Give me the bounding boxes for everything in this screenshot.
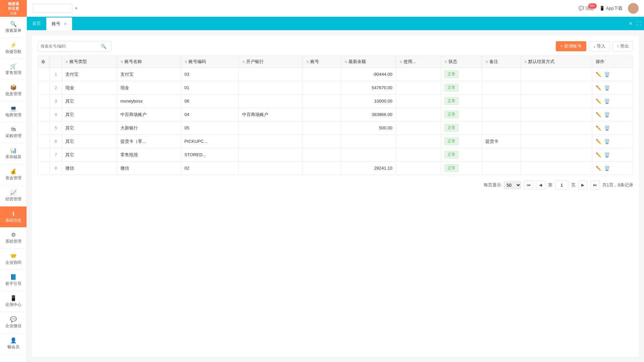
delete-icon[interactable]: 🗑️ [604,125,610,131]
sidebar-icon-wholesale: 📦 [1,84,25,90]
edit-icon[interactable]: ✏️ [596,125,601,131]
table-row: 6 其它 提货卡（零... PICKUPC... 正常 提货卡 ✏️ 🗑️ [38,135,633,148]
sidebar-item-enterprise-agreement[interactable]: 🤝企业协同 [0,249,26,270]
row-action: ✏️ 🗑️ [592,162,633,175]
tab-account[interactable]: 账号 ✕ [46,17,72,30]
window-controls: ✕ ⛶ [628,21,644,26]
delete-icon[interactable]: 🗑️ [604,85,610,90]
sidebar-icon-member: 👤 [1,337,25,344]
col-account[interactable]: ⇅账号 [303,56,341,68]
sidebar-item-search[interactable]: 🔍搜索菜单 [0,17,26,38]
col-remark[interactable]: ⇅备注 [482,56,521,68]
row-balance: 10000.00 [341,95,396,108]
topbar-dropdown-btn[interactable]: ▾ [75,5,82,12]
maximize-window-btn[interactable]: ⛶ [636,21,641,26]
tab-account-close[interactable]: ✕ [64,22,67,26]
delete-icon[interactable]: 🗑️ [604,152,610,158]
col-type[interactable]: ⇅账号类型 [62,56,117,68]
row-remark [482,148,521,162]
sidebar-icon-inventory: 📊 [1,147,25,154]
edit-icon[interactable]: ✏️ [596,85,601,90]
row-action: ✏️ 🗑️ [592,121,633,135]
row-status: 正常 [441,162,482,175]
toolbar-right: + 新增账号 ↓ 导入 ↑ 导出 [556,41,633,51]
add-account-button[interactable]: + 新增账号 [556,41,586,51]
sidebar-icon-enterprise-agreement: 🤝 [1,253,25,259]
sidebar-item-app-center[interactable]: 📱应用中心 [0,291,26,312]
sidebar-item-retail[interactable]: 🛒零售管理 [0,59,26,80]
search-icon[interactable]: 🔍 [101,44,106,49]
row-num: 7 [50,148,62,162]
row-remark [482,81,521,95]
page-next-btn[interactable]: ▶ [578,180,588,190]
sidebar-label-inventory: 库存核算 [1,154,25,160]
page-number-input[interactable] [555,180,569,190]
sidebar-item-enterprise-wechat[interactable]: 💬企业微信 [0,312,26,333]
search-input[interactable] [41,44,101,49]
col-name[interactable]: ⇅账号名称 [117,56,181,68]
table-row: 2 现金 现金 01 547670.00 正常 ✏️ 🗑️ [38,81,633,95]
page-first-btn[interactable]: ⏮ [524,180,533,190]
col-code[interactable]: ⇅账号编码 [181,56,239,68]
edit-icon[interactable]: ✏️ [596,72,601,77]
sidebar-icon-quick-nav: ⚡ [1,42,25,48]
per-page-select[interactable]: 50 100 200 [504,181,521,189]
row-use [396,135,441,148]
per-page-label: 每页显示 [484,182,501,188]
edit-icon[interactable]: ✏️ [596,99,601,104]
delete-icon[interactable]: 🗑️ [604,112,610,117]
sidebar-item-quick-nav[interactable]: ⚡快捷导航 [0,38,26,59]
sidebar-icon-newbie: 📘 [1,274,25,280]
edit-icon[interactable]: ✏️ [596,112,601,117]
delete-icon[interactable]: 🗑️ [604,139,610,144]
sidebar-item-capital[interactable]: 💰资金管理 [0,164,26,185]
row-code: 02 [181,162,239,175]
topbar-search-input[interactable] [32,4,72,13]
row-status: 正常 [441,121,482,135]
row-account [303,95,341,108]
row-balance [341,135,396,148]
sidebar-item-business[interactable]: 📈经营管理 [0,185,26,206]
close-window-btn[interactable]: ✕ [628,21,633,26]
delete-icon[interactable]: 🗑️ [604,166,610,171]
col-status[interactable]: ⇅状态 [441,56,482,68]
col-gear[interactable]: ⚙ [38,56,50,68]
row-balance: -90444.00 [341,68,396,81]
sidebar-item-basic-info[interactable]: ℹ基础信息 [0,206,26,228]
edit-icon[interactable]: ✏️ [596,152,601,158]
edit-icon[interactable]: ✏️ [596,139,601,144]
user-avatar[interactable] [628,3,639,14]
sidebar-item-system[interactable]: ⚙系统管理 [0,228,26,249]
row-remark [482,95,521,108]
page-prev-btn[interactable]: ◀ [536,180,545,190]
row-code: 03 [181,68,239,81]
import-button[interactable]: ↓ 导入 [589,41,610,51]
sidebar-item-member[interactable]: 👤畅会员 [0,333,26,354]
row-account [303,81,341,95]
sidebar-item-ecommerce[interactable]: 💻电商管理 [0,101,26,122]
table-header-row: ⚙ ⇅账号类型 ⇅账号名称 ⇅账号编码 ⇅开户银行 ⇅账号 ⇅最新余额 ⇅使用.… [38,56,633,68]
sidebar-item-wholesale[interactable]: 📦批发管理 [0,80,26,101]
page-last-btn[interactable]: ⏭ [590,180,600,190]
tab-home[interactable]: 首页 [27,17,46,30]
row-code: PICKUPC... [181,135,239,148]
sidebar-item-newbie[interactable]: 📘新手引导 [0,270,26,291]
sidebar-icon-capital: 💰 [1,168,25,175]
row-settle [521,108,592,121]
export-button[interactable]: ↑ 导出 [612,41,633,51]
col-balance[interactable]: ⇅最新余额 [341,56,396,68]
row-type: 支付宝 [62,68,117,81]
sidebar-item-inventory[interactable]: 📊库存核算 [0,143,26,164]
tab-account-label: 账号 [52,21,60,27]
col-bank[interactable]: ⇅开户银行 [239,56,303,68]
col-use[interactable]: ⇅使用... [396,56,441,68]
edit-icon[interactable]: ✏️ [596,166,601,171]
message-btn[interactable]: 💬 消息 99+ [579,5,594,11]
sidebar-icon-app-center: 📱 [1,295,25,301]
delete-icon[interactable]: 🗑️ [604,99,610,104]
col-settle[interactable]: ⇅默认结算方式 [521,56,592,68]
app-download-btn[interactable]: 📱 App下载 [599,5,623,11]
delete-icon[interactable]: 🗑️ [604,72,610,77]
sidebar-icon-retail: 🛒 [1,63,25,69]
sidebar-item-purchase[interactable]: 🛍采购管理 [0,122,26,143]
